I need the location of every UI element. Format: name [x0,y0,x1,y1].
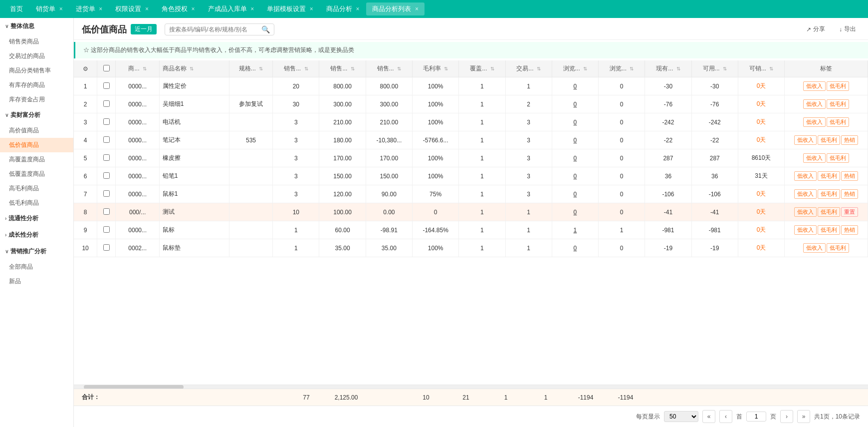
row-checkbox[interactable] [103,118,110,125]
nav-goods-analysis[interactable]: 商品分析 × [320,2,366,15]
next-page-button[interactable]: › [780,410,793,423]
close-product-in-icon[interactable]: × [250,5,254,12]
nav-permission[interactable]: 权限设置 × [109,2,155,15]
th-coverage[interactable]: 覆盖... ⇅ [459,60,505,77]
close-goods-analysis-icon[interactable]: × [356,5,359,12]
views1-link[interactable]: 0 [574,191,577,198]
sidebar-item-low-value[interactable]: 低价值商品 [0,138,73,152]
close-sales-icon[interactable]: × [59,5,63,12]
sidebar-item-new-goods[interactable]: 新品 [0,274,73,289]
select-all-checkbox[interactable] [103,65,110,71]
row-s7[interactable]: 0 [552,149,598,167]
views1-link[interactable]: 1 [574,227,577,234]
views1-link[interactable]: 0 [574,119,577,126]
views1-link[interactable]: 0 [574,155,577,162]
sidebar-group-liquidity[interactable]: › 流通性分析 [0,210,73,227]
row-checkbox[interactable] [103,82,110,89]
row-s7[interactable]: 0 [552,131,598,149]
nav-role[interactable]: 角色授权 × [156,2,201,15]
th-views1[interactable]: 浏览... ⇅ [552,60,598,77]
close-template-icon[interactable]: × [310,5,313,12]
nav-goods-list[interactable]: 商品分析列表 × [366,2,425,15]
row-checkbox[interactable] [103,100,110,107]
th-code[interactable]: 商... ⇅ [116,60,159,77]
export-button[interactable]: ↓ 导出 [835,23,860,35]
views1-link[interactable]: 0 [574,83,577,90]
last-page-button[interactable]: » [797,410,810,423]
row-s7[interactable]: 0 [552,167,598,185]
views1-link[interactable]: 0 [574,245,577,252]
th-trades[interactable]: 交易... ⇅ [505,60,552,77]
data-table-wrapper[interactable]: ⚙ 商... ⇅ 商品名称 ⇅ 规格... ⇅ 销售... ⇅ 销售... ⇅ … [74,60,868,385]
sidebar-item-in-stock[interactable]: 有库存的商品 [0,78,73,92]
row-checkbox-cell[interactable] [97,203,116,221]
row-s7[interactable]: 0 [552,113,598,131]
close-perm-icon[interactable]: × [145,5,149,12]
row-s7[interactable]: 0 [552,203,598,221]
views1-link[interactable]: 0 [574,173,577,180]
sidebar-item-high-margin[interactable]: 高毛利商品 [0,181,73,196]
row-checkbox-cell[interactable] [97,167,116,185]
nav-purchase[interactable]: 进货单 × [70,2,109,15]
th-checkbox[interactable] [97,60,116,77]
th-margin[interactable]: 毛利率 ⇅ [413,60,459,77]
th-name[interactable]: 商品名称 ⇅ [159,60,229,77]
row-checkbox[interactable] [103,190,110,197]
row-checkbox[interactable] [103,154,110,161]
sidebar-item-category-rate[interactable]: 商品分类销售率 [0,63,73,78]
row-checkbox[interactable] [103,226,110,233]
first-page-button[interactable]: « [702,410,715,423]
th-available[interactable]: 可用... ⇅ [691,60,738,77]
row-checkbox-cell[interactable] [97,239,116,257]
filter-tag-button[interactable]: 近一月 [131,24,157,34]
sidebar-item-sales-goods[interactable]: 销售类商品 [0,34,73,49]
row-checkbox[interactable] [103,136,110,143]
row-checkbox-cell[interactable] [97,113,116,131]
th-views2[interactable]: 浏览... ⇅ [599,60,645,77]
nav-product-in[interactable]: 产成品入库单 × [202,2,260,15]
row-checkbox[interactable] [103,208,110,215]
sidebar-group-marketing[interactable]: ∨ 营销推广分析 [0,243,73,260]
row-checkbox-cell[interactable] [97,185,116,203]
sidebar-item-all-goods[interactable]: 全部商品 [0,260,73,274]
close-purchase-icon[interactable]: × [99,5,102,12]
th-sales1[interactable]: 销售... ⇅ [273,60,319,77]
per-page-select[interactable]: 50 100 200 [664,411,698,422]
row-checkbox-cell[interactable] [97,221,116,239]
sidebar-item-capital[interactable]: 库存资金占用 [0,92,73,107]
page-number-input[interactable] [746,412,766,422]
sidebar-item-low-margin[interactable]: 低毛利商品 [0,196,73,210]
th-settings[interactable]: ⚙ [74,60,97,77]
sidebar-item-high-coverage[interactable]: 高覆盖度商品 [0,152,73,167]
views1-link[interactable]: 0 [574,209,577,216]
row-checkbox-cell[interactable] [97,77,116,95]
th-current-stock[interactable]: 现有... ⇅ [645,60,691,77]
row-checkbox-cell[interactable] [97,95,116,113]
views1-link[interactable]: 0 [574,101,577,108]
search-icon[interactable]: 🔍 [261,25,270,33]
close-role-icon[interactable]: × [192,5,195,12]
sidebar-item-traded[interactable]: 交易过的商品 [0,49,73,63]
sidebar-item-high-value[interactable]: 高价值商品 [0,123,73,138]
share-button[interactable]: ↗ 分享 [802,23,829,35]
row-s7[interactable]: 0 [552,77,598,95]
row-s7[interactable]: 1 [552,221,598,239]
sidebar-item-low-coverage[interactable]: 低覆盖度商品 [0,167,73,181]
scrollbar-track[interactable] [74,385,868,389]
sidebar-group-growth[interactable]: › 成长性分析 [0,227,73,243]
prev-page-button[interactable]: ‹ [719,410,732,423]
row-s7[interactable]: 0 [552,95,598,113]
row-checkbox[interactable] [103,172,110,179]
nav-template[interactable]: 单据模板设置 × [261,2,319,15]
views1-link[interactable]: 0 [574,137,577,144]
row-s7[interactable]: 0 [552,239,598,257]
close-goods-list-icon[interactable]: × [415,5,419,12]
sidebar-group-wealth[interactable]: ∨ 卖财富分析 [0,107,73,123]
th-sales3[interactable]: 销售... ⇅ [366,60,412,77]
nav-sales[interactable]: 销货单 × [30,2,69,15]
search-input[interactable] [169,26,261,33]
nav-home[interactable]: 首页 [4,2,29,15]
row-checkbox-cell[interactable] [97,131,116,149]
sidebar-group-overview[interactable]: ∨ 整体信息 [0,18,73,34]
th-sellable[interactable]: 可销... ⇅ [738,60,784,77]
